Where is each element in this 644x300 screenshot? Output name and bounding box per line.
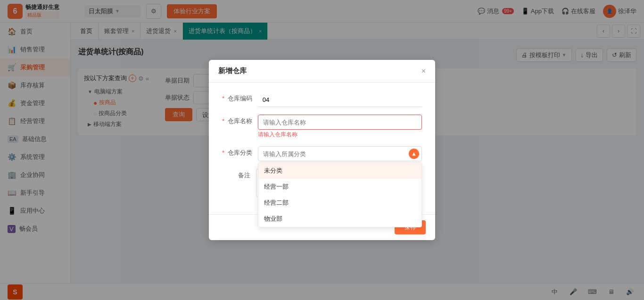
code-label: * 仓库编码 bbox=[222, 92, 252, 103]
add-warehouse-dialog: 新增仓库 × * 仓库编码 * 仓库名称 请输入仓库名称 bbox=[209, 60, 435, 240]
dialog-header: 新增仓库 × bbox=[209, 60, 435, 83]
form-row-code: * 仓库编码 bbox=[222, 92, 422, 107]
modal-overlay: 新增仓库 × * 仓库编码 * 仓库名称 请输入仓库名称 bbox=[0, 0, 644, 300]
name-label: * 仓库名称 bbox=[222, 115, 252, 125]
name-error-msg: 请输入仓库名称 bbox=[258, 131, 422, 139]
required-star-code: * bbox=[222, 95, 224, 102]
dialog-body: * 仓库编码 * 仓库名称 请输入仓库名称 * bbox=[209, 83, 435, 214]
name-input[interactable] bbox=[258, 115, 422, 130]
form-row-category: * 仓库分类 ▲ 未分类 经营一部 经营二部 物业部 bbox=[222, 146, 422, 161]
dialog-close-icon[interactable]: × bbox=[421, 67, 426, 75]
form-row-name: * 仓库名称 请输入仓库名称 bbox=[222, 115, 422, 139]
category-toggle-icon[interactable]: ▲ bbox=[409, 149, 419, 159]
category-dropdown: 未分类 经营一部 经营二部 物业部 bbox=[258, 162, 422, 227]
required-star-name: * bbox=[222, 117, 224, 125]
category-option-dept2[interactable]: 经营二部 bbox=[258, 195, 421, 211]
note-label: 备注 bbox=[222, 169, 250, 180]
category-option-dept1[interactable]: 经营一部 bbox=[258, 179, 421, 195]
category-option-unclassified[interactable]: 未分类 bbox=[258, 163, 421, 179]
name-input-wrap: 请输入仓库名称 bbox=[258, 115, 422, 139]
category-label: * 仓库分类 bbox=[222, 146, 252, 157]
dialog-title: 新增仓库 bbox=[218, 67, 247, 75]
category-option-property[interactable]: 物业部 bbox=[258, 211, 421, 227]
category-input-wrap: ▲ 未分类 经营一部 经营二部 物业部 bbox=[258, 146, 422, 161]
category-input[interactable] bbox=[258, 146, 422, 161]
code-input[interactable] bbox=[258, 92, 422, 107]
required-star-category: * bbox=[222, 149, 224, 156]
